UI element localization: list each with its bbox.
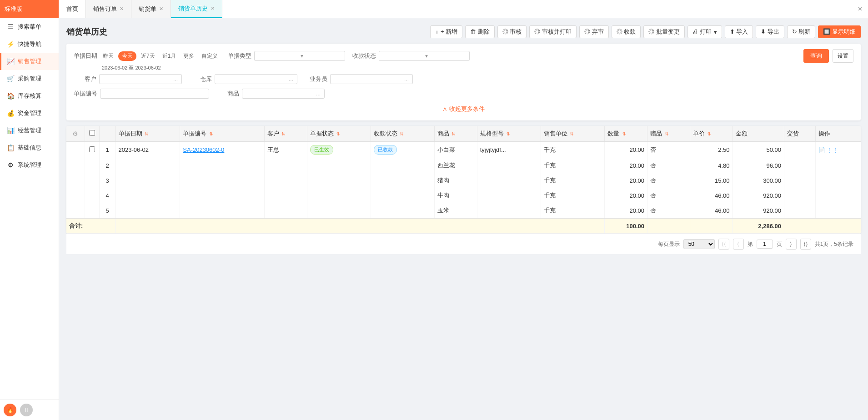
th-unit[interactable]: 销售单位 ⇅ [541, 126, 604, 142]
next-page-btn[interactable]: ⟩ [786, 239, 797, 250]
row-payment-status [371, 158, 434, 173]
close-all-tabs[interactable]: ✕ [858, 5, 863, 12]
prev-page-btn[interactable]: ⟨ [733, 239, 744, 250]
customer-input[interactable] [103, 76, 171, 82]
export-button[interactable]: ⬇ 导出 [756, 25, 784, 38]
doc-type-select[interactable]: ▾ [254, 51, 345, 61]
th-payment-status[interactable]: 收款状态 ⇅ [371, 126, 434, 142]
sidebar-item-sales-mgmt[interactable]: 📈 销售管理 [0, 53, 59, 70]
sidebar-pause-icon[interactable]: ⏸ [20, 404, 33, 416]
batch-change-button[interactable]: ◎ 批量变更 [643, 25, 685, 38]
abandon-button[interactable]: ◎ 弃审 [579, 25, 609, 38]
sidebar-item-finance-mgmt[interactable]: 💰 资金管理 [0, 105, 59, 122]
tab-sales-goods-close[interactable]: ✕ [159, 6, 163, 12]
goods-sort-icon: ⇅ [452, 131, 455, 136]
date-label: 单据日期 [74, 52, 97, 60]
warehouse-input[interactable] [219, 76, 287, 82]
th-actions-label: 操作 [818, 130, 830, 137]
th-goods-label: 商品 [437, 130, 449, 137]
goods-more-icon[interactable]: ... [316, 90, 321, 97]
tab-sales-goods[interactable]: 销货单 ✕ [131, 0, 171, 18]
th-customer[interactable]: 客户 ⇅ [264, 126, 307, 142]
spec-sort-icon: ⇅ [506, 131, 510, 136]
page-number-input[interactable] [757, 240, 773, 249]
tab-sales-order-close[interactable]: ✕ [120, 6, 124, 12]
th-spec[interactable]: 规格型号 ⇅ [477, 126, 541, 142]
row-gift: 否 [647, 188, 690, 203]
row-checkbox-cell [85, 142, 99, 158]
sidebar-item-basic-info[interactable]: 📋 基础信息 [0, 139, 59, 156]
first-page-btn[interactable]: ⟨⟨ [718, 239, 729, 250]
show-detail-button[interactable]: 🔲 显示明细 [818, 25, 861, 38]
doc-no-sort-icon: ⇅ [209, 131, 213, 136]
goods-input[interactable] [246, 90, 314, 97]
audit-print-button[interactable]: ◎ 审核并打印 [529, 25, 577, 38]
payment-status-arrow: ▾ [425, 53, 466, 59]
date-preset-7days[interactable]: 近7天 [138, 51, 158, 61]
sidebar-item-quick-nav[interactable]: ⚡ 快捷导航 [0, 35, 59, 53]
row-goods: 小白菜 [434, 142, 477, 158]
import-button[interactable]: ⬆ 导入 [725, 25, 753, 38]
salesperson-input[interactable] [334, 76, 402, 82]
audit-button[interactable]: ◎ 审核 [497, 25, 527, 38]
payment-status-select[interactable]: ▾ [379, 51, 470, 61]
tab-home[interactable]: 首页 [59, 0, 86, 18]
sidebar-item-sys-mgmt[interactable]: ⚙ 系统管理 [0, 156, 59, 174]
th-doc-no[interactable]: 单据编号 ⇅ [180, 126, 265, 142]
row-checkbox[interactable] [89, 146, 95, 152]
th-spec-label: 规格型号 [480, 130, 504, 137]
per-page-select[interactable]: 50 100 200 [683, 239, 715, 249]
sidebar-item-search-menu[interactable]: ☰ 搜索菜单 [0, 18, 59, 35]
th-gift[interactable]: 赠品 ⇅ [647, 126, 690, 142]
warehouse-more-icon[interactable]: ... [289, 76, 293, 82]
tab-home-label: 首页 [66, 5, 78, 13]
row-gift: 否 [647, 173, 690, 188]
row-action-view[interactable]: 📄 [818, 147, 825, 153]
sidebar-item-inventory[interactable]: 🏠 库存核算 [0, 87, 59, 105]
refresh-button[interactable]: ↻ 刷新 [787, 25, 816, 38]
row-settings [66, 173, 85, 188]
delete-button[interactable]: 🗑 删除 [465, 25, 495, 38]
table-settings-icon[interactable]: ⚙ [72, 130, 78, 137]
date-preset-yesterday[interactable]: 昨天 [100, 51, 116, 61]
date-preset-today[interactable]: 今天 [118, 51, 136, 61]
collapse-button[interactable]: ∧ 收起更多条件 [74, 103, 853, 115]
date-preset-more[interactable]: 更多 [181, 51, 197, 61]
th-unit-price[interactable]: 单价 ⇅ [690, 126, 733, 142]
th-goods[interactable]: 商品 ⇅ [434, 126, 477, 142]
query-button[interactable]: 查询 [803, 49, 829, 63]
print-button[interactable]: 🖨 打印 ▾ [687, 25, 722, 38]
tab-sales-order[interactable]: 销售订单 ✕ [86, 0, 131, 18]
tab-sales-history[interactable]: 销货单历史 ✕ [171, 0, 222, 18]
sidebar-item-purchase-mgmt[interactable]: 🛒 采购管理 [0, 70, 59, 87]
add-button[interactable]: + + 新增 [430, 25, 462, 38]
last-page-btn[interactable]: ⟩⟩ [800, 239, 811, 250]
row-quantity: 20.00 [604, 188, 647, 203]
th-quantity[interactable]: 数量 ⇅ [604, 126, 647, 142]
th-unit-label: 销售单位 [544, 130, 567, 137]
sidebar-fire-icon[interactable]: 🔥 [4, 404, 16, 416]
row-payment-status [371, 188, 434, 203]
select-all-checkbox[interactable] [89, 130, 95, 136]
filter-customer: 客户 ... [74, 74, 182, 84]
tab-sales-history-close[interactable]: ✕ [211, 5, 215, 11]
th-doc-date[interactable]: 单据日期 ⇅ [115, 126, 180, 142]
data-table-container: ⚙ 单据日期 ⇅ 单据编号 ⇅ [66, 126, 861, 234]
row-settings [66, 158, 85, 173]
date-preset-custom[interactable]: 自定义 [199, 51, 221, 61]
row-doc-date [115, 203, 180, 219]
warehouse-input-wrapper: ... [215, 74, 297, 84]
row-doc-date [115, 173, 180, 188]
row-doc-no-link[interactable]: SA-20230602-0 [183, 146, 224, 153]
settings-button[interactable]: 设置 [833, 49, 853, 63]
salesperson-more-icon[interactable]: ... [404, 76, 409, 82]
filter-row-3: 单据编号 商品 ... [74, 89, 853, 99]
payment-status-sort-icon: ⇅ [400, 131, 403, 136]
row-action-more[interactable]: ⋮⋮ [827, 147, 838, 153]
th-doc-status[interactable]: 单据状态 ⇅ [307, 126, 371, 142]
customer-more-icon[interactable]: ... [173, 76, 178, 82]
doc-no-input[interactable] [104, 90, 205, 97]
receive-button[interactable]: ◎ 收款 [612, 25, 641, 38]
sidebar-item-ops-mgmt[interactable]: 📊 经营管理 [0, 122, 59, 139]
date-preset-1month[interactable]: 近1月 [160, 51, 179, 61]
